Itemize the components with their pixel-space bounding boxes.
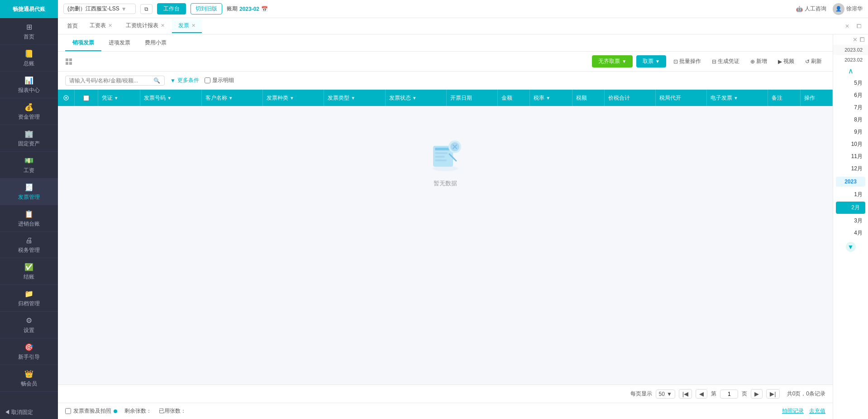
video-button[interactable]: ▶ 视频 — [774, 56, 798, 67]
date-item-2023-02-header[interactable]: 2023.02 — [833, 45, 868, 55]
window-close-btn[interactable]: ✕ — [843, 22, 852, 31]
th-invoice-type: 发票种类 ▼ — [263, 90, 324, 106]
search-input[interactable] — [69, 77, 151, 84]
period-calendar-icon[interactable]: 📅 — [261, 6, 268, 12]
tax-rate-filter-icon[interactable]: ▼ — [546, 96, 550, 101]
th-invoice-status: 发票状态 ▼ — [385, 90, 446, 106]
date-item-12m[interactable]: 12月 — [833, 163, 868, 175]
th-settings[interactable] — [58, 90, 74, 106]
take-button[interactable]: 取票 ▼ — [636, 55, 666, 67]
invoice-category-filter-icon[interactable]: ▼ — [351, 96, 355, 101]
date-item-8m[interactable]: 8月 — [833, 114, 868, 126]
date-item-2023-02[interactable]: 2023.02 — [833, 55, 868, 65]
recharge-link[interactable]: 去充值 — [809, 407, 825, 415]
prev-page-btn[interactable]: ◀ — [696, 389, 707, 399]
sub-tab-purchase-invoice[interactable]: 进项发票 — [101, 35, 138, 51]
sidebar-item-member[interactable]: 👑 畅会员 — [0, 365, 58, 392]
date-item-3m-2023[interactable]: 3月 — [833, 215, 868, 227]
show-detail-input[interactable] — [205, 77, 210, 83]
date-item-6m[interactable]: 6月 — [833, 89, 868, 101]
date-item-7m[interactable]: 7月 — [833, 101, 868, 114]
sidebar-item-ledger[interactable]: 📒 总账 — [0, 45, 58, 72]
date-item-5m[interactable]: 5月 — [833, 77, 868, 89]
switch-old-button[interactable]: 切到旧版 — [191, 3, 222, 14]
date-item-1m-2023[interactable]: 1月 — [833, 188, 868, 201]
year-2023-header[interactable]: 2023 — [836, 177, 865, 187]
tax-icon: 🖨 — [25, 236, 33, 245]
new-button[interactable]: ⊕ 新增 — [747, 56, 771, 67]
sidebar-item-sales[interactable]: 📋 进销台账 — [0, 205, 58, 232]
tab-payroll-stats[interactable]: 工资统计报表 ✕ — [119, 19, 171, 33]
sidebar-collapse-btn[interactable]: ◀ 取消固定 — [0, 406, 58, 419]
first-page-btn[interactable]: |◀ — [679, 389, 692, 399]
sidebar-item-archive[interactable]: 📁 归档管理 — [0, 285, 58, 312]
sidebar-item-payroll[interactable]: 💵 工资 — [0, 152, 58, 178]
tab-invoice[interactable]: 发票 ✕ — [172, 19, 202, 33]
sub-tab-expense-receipt[interactable]: 费用小票 — [138, 35, 174, 51]
customer-filter-icon[interactable]: ▼ — [229, 96, 233, 101]
last-page-btn[interactable]: ▶| — [766, 389, 779, 399]
no-tax-button[interactable]: 无齐取票 ▼ — [592, 55, 633, 67]
date-panel-expand-btn[interactable]: ∧ — [833, 65, 868, 77]
sidebar-item-settings[interactable]: ⚙ 设置 — [0, 312, 58, 338]
window-maximize-btn[interactable]: ⧠ — [854, 22, 863, 31]
check-label-item: 发票查验及拍照 — [65, 407, 117, 415]
check-invoice-checkbox[interactable] — [65, 408, 71, 414]
refresh-button[interactable]: ↺ 刷新 — [801, 56, 825, 67]
e-invoice-filter-icon[interactable]: ▼ — [734, 96, 738, 101]
date-panel-maximize-btn[interactable]: ⧠ — [859, 36, 865, 43]
generate-voucher-button[interactable]: ⊟ 生成凭证 — [708, 56, 743, 67]
invoice-no-filter-icon[interactable]: ▼ — [167, 96, 172, 101]
invoice-type-filter-icon[interactable]: ▼ — [290, 96, 294, 101]
date-item-9m[interactable]: 9月 — [833, 126, 868, 138]
invoice-icon: 🧾 — [24, 183, 33, 192]
date-item-11m[interactable]: 11月 — [833, 150, 868, 163]
sidebar-item-settle[interactable]: ✅ 结账 — [0, 258, 58, 285]
sidebar-item-tax[interactable]: 🖨 税务管理 — [0, 232, 58, 258]
invoice-table: 凭证 ▼ 发票号码 ▼ — [58, 90, 833, 106]
date-item-10m[interactable]: 10月 — [833, 138, 868, 150]
select-all-checkbox[interactable] — [83, 95, 89, 101]
ai-consult-item[interactable]: 🤖 人工咨询 — [796, 5, 826, 13]
sidebar-item-guide[interactable]: 🎯 新手引导 — [0, 338, 58, 365]
page-number-input[interactable] — [720, 390, 738, 399]
date-panel-close-btn[interactable]: ✕ — [853, 36, 858, 43]
page-content: 销项发票 进项发票 费用小票 无齐取票 ▼ — [58, 34, 833, 419]
company-selector[interactable]: (勿删）江西服宝-LSS ▼ — [63, 4, 136, 14]
date-item-4m-2023[interactable]: 4月 — [833, 227, 868, 239]
voucher-filter-icon[interactable]: ▼ — [114, 96, 119, 101]
tab-invoice-close[interactable]: ✕ — [191, 23, 196, 29]
date-item-2m-2023[interactable]: 2月 — [836, 202, 865, 214]
th-e-invoice: 电子发票 ▼ — [707, 90, 768, 106]
take-dropdown-arrow[interactable]: ▼ — [655, 59, 660, 64]
sidebar-item-invoice[interactable]: 🧾 发票管理 — [0, 178, 58, 205]
show-detail-checkbox[interactable]: 显示明细 — [205, 77, 234, 84]
sidebar-item-reports[interactable]: 📊 报表中心 — [0, 72, 58, 98]
date-panel-down-btn[interactable]: ▼ — [846, 242, 856, 252]
user-profile-item[interactable]: 👤 徐溶华 — [833, 3, 863, 15]
sub-tab-sales-invoice[interactable]: 销项发票 — [65, 35, 101, 51]
tab-payroll-stats-close[interactable]: ✕ — [161, 23, 165, 29]
sidebar-item-assets[interactable]: 🏢 固定资产 — [0, 125, 58, 152]
copy-button[interactable]: ⧉ — [140, 4, 153, 14]
feedback-link[interactable]: 拍照记录 — [782, 407, 804, 415]
svg-rect-10 — [435, 156, 445, 158]
no-tax-dropdown-arrow[interactable]: ▼ — [622, 59, 626, 64]
sidebar-item-funds[interactable]: 💰 资金管理 — [0, 98, 58, 125]
workbench-button[interactable]: 工作台 — [157, 3, 186, 14]
page-size-select[interactable]: 50 ▼ — [656, 390, 675, 399]
tab-payroll-table[interactable]: 工资表 ✕ — [83, 19, 119, 33]
next-page-btn[interactable]: ▶ — [751, 389, 763, 399]
th-voucher: 凭证 ▼ — [98, 90, 140, 106]
invoice-status-filter-icon[interactable]: ▼ — [412, 96, 417, 101]
tab-home[interactable]: 首页 — [62, 19, 82, 33]
th-invoice-no: 发票号码 ▼ — [140, 90, 201, 106]
table-container: 凭证 ▼ 发票号码 ▼ — [58, 90, 833, 385]
search-icon[interactable]: 🔍 — [153, 77, 160, 84]
more-conditions-btn[interactable]: ▼ 更多条件 — [170, 77, 199, 84]
sidebar-item-home[interactable]: ⊞ 首页 — [0, 18, 58, 45]
home-icon: ⊞ — [26, 23, 32, 31]
batch-ops-button[interactable]: ⊡ 批量操作 — [670, 56, 705, 67]
th-checkbox[interactable] — [74, 90, 98, 106]
tab-payroll-table-close[interactable]: ✕ — [108, 23, 112, 29]
